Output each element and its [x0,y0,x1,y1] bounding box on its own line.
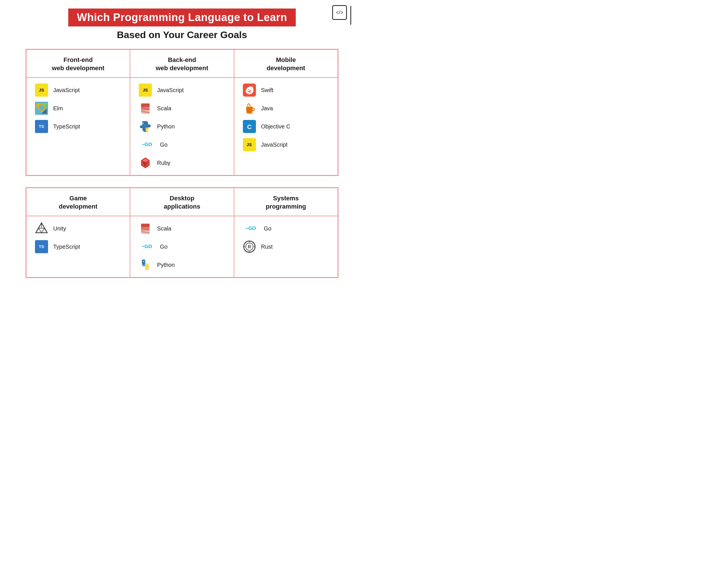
lang-label: Ruby [157,160,170,166]
javascript-icon: JS [35,84,48,96]
swift-icon [243,84,256,96]
unity-icon [35,222,48,235]
desktop-header: Desktopapplications [130,188,233,216]
game-header: Gamedevelopment [26,188,130,216]
lang-label: JavaScript [261,141,287,148]
svg-rect-19 [142,125,149,128]
javascript-icon: JS [139,84,152,96]
list-item: Elm [35,102,121,115]
lang-label: Unity [53,225,66,232]
frontend-body: JS JavaScript [26,78,130,139]
game-column: Gamedevelopment [26,188,130,277]
svg-text:C: C [247,123,252,131]
python-icon [139,120,152,133]
systems-header: Systemsprogramming [234,188,338,216]
list-item: JS JavaScript [35,84,121,96]
backend-body: JS JavaScript [130,78,233,175]
list-item: −GO Go [139,240,225,253]
objc-icon: C [243,120,256,133]
list-item: C Objective C [243,120,329,133]
list-item: Scala [139,102,225,115]
lang-label: Rust [261,244,273,250]
list-item: R Rust [243,240,329,253]
frontend-column: Front-endweb development JS JavaScript [26,50,130,175]
systems-column: Systemsprogramming −GO Go [234,188,338,277]
mobile-body: Swift [234,78,338,157]
lang-label: Scala [157,105,171,112]
lang-label: Elm [53,105,63,112]
svg-point-46 [147,268,148,269]
rust-icon: R [243,240,256,253]
list-item: JS JavaScript [243,138,329,151]
lang-label: Objective C [261,123,290,130]
list-item: Ruby [139,156,225,169]
lang-label: TypeScript [53,123,80,130]
ruby-icon [139,156,152,169]
mobile-column: Mobiledevelopment Swift [234,50,338,175]
list-item: Python [139,120,225,133]
systems-body: −GO Go [234,216,338,259]
list-item: Scala [139,222,225,235]
go-icon: −GO [139,240,155,253]
svg-line-34 [36,228,39,233]
lang-label: Go [160,141,167,148]
list-item: TS TypeScript [35,120,121,133]
lang-label: Java [261,105,273,112]
go-icon: −GO [243,222,259,235]
page: </> Which Programming Language to Learn … [0,0,364,306]
java-icon [243,102,256,115]
flag-code-symbol: </> [336,10,343,16]
lang-label: JavaScript [53,87,80,93]
list-item: JS JavaScript [139,84,225,96]
desktop-column: Desktopapplications Scala [130,188,234,277]
svg-rect-49 [249,241,250,242]
svg-rect-50 [249,251,250,253]
flag-icon: </> [332,5,347,20]
lang-label: Go [160,244,167,250]
list-item: Java [243,102,329,115]
javascript-icon: JS [243,138,256,151]
lang-label: Python [157,123,175,130]
python-icon [139,258,152,271]
svg-text:R: R [248,244,251,249]
header: Which Programming Language to Learn Base… [68,8,296,40]
list-item: −GO Go [139,138,225,151]
scala-icon [139,102,152,115]
svg-point-28 [245,112,253,114]
bottom-section: Gamedevelopment [26,187,338,278]
backend-column: Back-endweb development JS JavaScript [130,50,234,175]
svg-rect-51 [243,246,245,247]
svg-point-20 [142,123,144,124]
lang-label: Python [157,262,175,268]
svg-point-45 [143,261,145,262]
frontend-header: Front-endweb development [26,50,130,78]
svg-rect-52 [254,246,255,247]
lang-label: Go [264,225,271,232]
scala-icon [139,222,152,235]
list-item: −GO Go [243,222,329,235]
svg-line-35 [44,228,47,233]
page-title: Which Programming Language to Learn [77,11,287,24]
title-background: Which Programming Language to Learn [68,8,296,26]
desktop-body: Scala −GO Go [130,216,233,277]
typescript-icon: TS [35,120,48,133]
top-section: Front-endweb development JS JavaScript [26,49,338,176]
game-body: Unity TS TypeScript [26,216,130,259]
lang-label: JavaScript [157,87,183,93]
go-icon: −GO [139,138,155,151]
lang-label: Scala [157,225,171,232]
elm-icon [35,102,48,115]
list-item: Unity [35,222,121,235]
svg-point-21 [147,129,148,130]
lang-label: Swift [261,87,273,93]
lang-label: TypeScript [53,244,80,250]
backend-header: Back-endweb development [130,50,233,78]
list-item: Swift [243,84,329,96]
mobile-header: Mobiledevelopment [234,50,338,78]
svg-marker-32 [39,228,44,233]
page-subtitle: Based on Your Career Goals [68,29,296,40]
typescript-icon: TS [35,240,48,253]
list-item: Python [139,258,225,271]
list-item: TS TypeScript [35,240,121,253]
